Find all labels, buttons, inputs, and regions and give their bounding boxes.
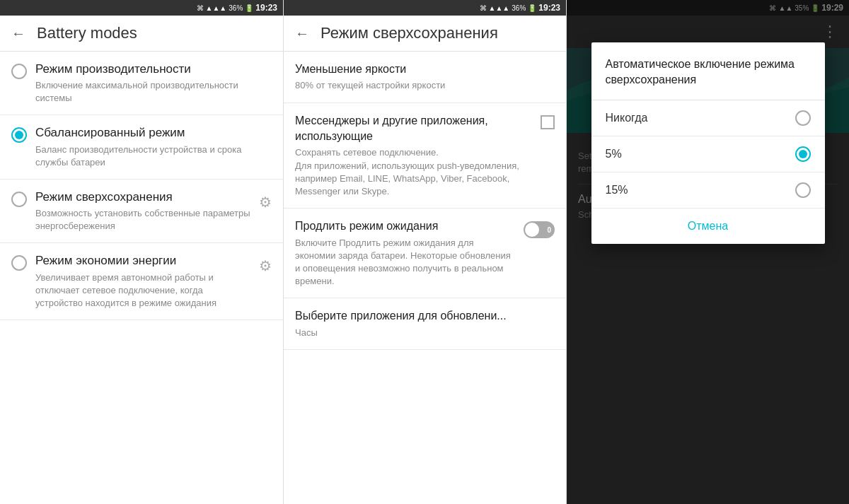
signal-icon: ▲▲▲ — [206, 4, 227, 12]
time-2: 19:23 — [538, 3, 560, 13]
setting-brightness-desc: 80% от текущей настройки яркости — [295, 79, 555, 92]
mode-ultra[interactable]: Режим сверхсохранения Возможность устано… — [0, 180, 283, 243]
dialog-radio-5pct[interactable] — [795, 146, 811, 162]
battery-percent-1: 36% — [229, 4, 243, 12]
setting-apps-title: Выберите приложения для обновлени... — [295, 308, 555, 324]
header-2: ← Режим сверхсохранения — [284, 16, 566, 52]
dialog-overlay: Автоматическое включение режима сверхсох… — [567, 0, 849, 504]
mode-economy-title: Режим экономии энергии — [35, 253, 250, 269]
setting-messengers-title: Мессенджеры и другие приложения, использ… — [295, 113, 532, 145]
mode-ultra-title: Режим сверхсохранения — [35, 189, 250, 205]
dialog-option-never[interactable]: Никогда — [591, 100, 825, 136]
setting-apps-text: Выберите приложения для обновлени... Час… — [295, 308, 555, 339]
mode-ultra-text: Режим сверхсохранения Возможность устано… — [35, 189, 250, 233]
setting-apps[interactable]: Выберите приложения для обновлени... Час… — [284, 298, 566, 350]
mode-balanced[interactable]: Сбалансированный режим Баланс производит… — [0, 115, 283, 179]
setting-apps-desc: Часы — [295, 327, 555, 339]
back-button-1[interactable]: ← — [11, 25, 25, 42]
setting-standby-title: Продлить режим ожидания — [295, 218, 515, 234]
dialog-option-5pct[interactable]: 5% — [591, 136, 825, 172]
battery-icon-1: 🔋 — [245, 4, 253, 12]
mode-performance-title: Режим производительности — [35, 61, 272, 77]
mode-performance-subtitle: Включение максимальной производительност… — [35, 79, 272, 105]
wifi-icon: ⌘ — [197, 4, 204, 12]
checkbox-messengers[interactable] — [541, 115, 555, 129]
mode-performance[interactable]: Режим производительности Включение макси… — [0, 52, 283, 115]
signal-icon-2: ▲▲▲ — [489, 4, 510, 12]
battery-percent-2: 36% — [512, 4, 526, 12]
mode-balanced-subtitle: Баланс производительности устройства и с… — [35, 143, 272, 169]
setting-standby[interactable]: Продлить режим ожидания Включите Продлит… — [284, 209, 566, 298]
page-title-2: Режим сверхсохранения — [320, 24, 498, 42]
mode-ultra-subtitle: Возможность установить собственные парам… — [35, 207, 250, 233]
panel-ultra-saving: ⌘ ▲▲▲ 36% 🔋 19:23 ← Режим сверхсохранени… — [283, 0, 566, 504]
dialog-option-never-label: Никогда — [606, 112, 648, 124]
setting-messengers[interactable]: Мессенджеры и другие приложения, использ… — [284, 103, 566, 209]
dialog-radio-15pct[interactable] — [795, 182, 811, 198]
header-1: ← Battery modes — [0, 16, 283, 52]
back-button-2[interactable]: ← — [295, 25, 309, 42]
dialog-title: Автоматическое включение режима сверхсох… — [591, 42, 825, 100]
radio-ultra[interactable] — [11, 192, 27, 207]
mode-economy-text: Режим экономии энергии Увеличивает время… — [35, 253, 250, 310]
toggle-label-standby: 0 — [547, 226, 551, 234]
gear-icon-economy[interactable]: ⚙ — [259, 257, 272, 274]
mode-balanced-text: Сбалансированный режим Баланс производит… — [35, 125, 272, 168]
dialog-cancel-button[interactable]: Отмена — [591, 209, 825, 244]
status-bar-1: ⌘ ▲▲▲ 36% 🔋 19:23 — [0, 0, 283, 16]
mode-economy[interactable]: Режим экономии энергии Увеличивает время… — [0, 243, 283, 320]
setting-brightness[interactable]: Уменьшение яркости 80% от текущей настро… — [284, 52, 566, 103]
radio-performance[interactable] — [11, 64, 27, 79]
setting-standby-desc: Включите Продлить режим ожидания для эко… — [295, 237, 515, 288]
radio-economy[interactable] — [11, 255, 27, 271]
setting-messengers-text: Мессенджеры и другие приложения, использ… — [295, 113, 532, 199]
battery-icon-2: 🔋 — [528, 4, 536, 12]
mode-balanced-title: Сбалансированный режим — [35, 125, 272, 141]
panel-battery-modes: ⌘ ▲▲▲ 36% 🔋 19:23 ← Battery modes Режим … — [0, 0, 283, 504]
mode-economy-subtitle: Увеличивает время автономной работы и от… — [35, 271, 250, 310]
status-icons-2: ⌘ ▲▲▲ 36% 🔋 19:23 — [480, 3, 560, 13]
dialog-option-5pct-label: 5% — [606, 148, 622, 160]
setting-brightness-text: Уменьшение яркости 80% от текущей настро… — [295, 61, 555, 93]
panel-auto-switch: ⌘ ▲▲ 35% 🔋 19:29 ⋮ Автоматическое включе… — [566, 0, 849, 504]
setting-standby-text: Продлить режим ожидания Включите Продлит… — [295, 218, 515, 288]
setting-brightness-title: Уменьшение яркости — [295, 61, 555, 77]
time-1: 19:23 — [255, 3, 277, 13]
radio-balanced[interactable] — [11, 127, 27, 143]
battery-modes-list: Режим производительности Включение макси… — [0, 52, 283, 320]
dialog-radio-never[interactable] — [795, 110, 811, 126]
status-icons-1: ⌘ ▲▲▲ 36% 🔋 19:23 — [197, 3, 277, 13]
toggle-standby[interactable]: 0 — [524, 221, 555, 238]
ultra-settings-list: Уменьшение яркости 80% от текущей настро… — [284, 52, 566, 504]
status-bar-2: ⌘ ▲▲▲ 36% 🔋 19:23 — [284, 0, 566, 16]
auto-switch-dialog: Автоматическое включение режима сверхсох… — [591, 42, 825, 244]
wifi-icon-2: ⌘ — [480, 4, 487, 12]
mode-performance-text: Режим производительности Включение макси… — [35, 61, 272, 105]
dialog-option-15pct[interactable]: 15% — [591, 172, 825, 209]
setting-messengers-desc: Сохранять сетевое подключение.Для прилож… — [295, 146, 532, 198]
page-title-1: Battery modes — [37, 24, 137, 42]
dialog-option-15pct-label: 15% — [606, 184, 628, 197]
toggle-knob-standby — [525, 223, 539, 237]
gear-icon-ultra[interactable]: ⚙ — [259, 194, 272, 211]
